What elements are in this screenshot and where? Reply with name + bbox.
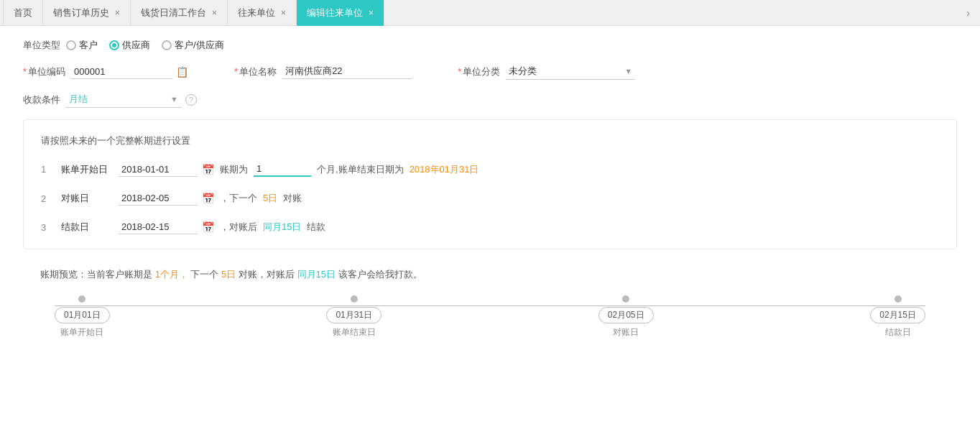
- main-content: 单位类型 客户 供应商 客户/供应商 * 单位编码: [0, 26, 980, 437]
- row-3-highlight2: 同月15日: [263, 221, 301, 234]
- node-1-dot: [78, 295, 85, 303]
- start-date-input[interactable]: [119, 162, 198, 177]
- tab-cash-work-label: 钱货日清工作台: [141, 6, 206, 19]
- unit-type-item: 单位类型 客户 供应商 客户/供应商: [23, 39, 224, 52]
- unit-name-star: *: [234, 66, 238, 77]
- tab-cash-work[interactable]: 钱货日清工作台 ×: [131, 0, 228, 26]
- setting-row-1: 1 账单开始日 📅 账期为 个月,账单结束日期为 2018年01月31日: [41, 162, 939, 177]
- unit-category-item: * 单位分类 未分类 ▼: [458, 63, 635, 80]
- unit-name-label: 单位名称: [239, 65, 277, 78]
- section-title: 请按照未来的一个完整帐期进行设置: [41, 134, 939, 147]
- help-icon[interactable]: ?: [185, 94, 197, 106]
- timeline-node-4: 02月15日 结款日: [870, 295, 925, 339]
- setting-row-2: 2 对账日 📅 ，下一个 5日 对账: [41, 191, 939, 206]
- node-4-dot: [895, 295, 902, 303]
- payment-dropdown[interactable]: 月结 ▼: [66, 91, 181, 108]
- setting-row-3: 3 结款日 📅 ，对账后 同月15日 结款: [41, 220, 939, 234]
- unit-type-radio-group: 客户 供应商 客户/供应商: [66, 39, 224, 52]
- payment-date-cal-icon[interactable]: 📅: [202, 221, 214, 233]
- reconcile-date-cal-icon[interactable]: 📅: [202, 193, 214, 204]
- tab-edit-partner-label: 编辑往来单位: [307, 6, 363, 19]
- radio-both-label: 客户/供应商: [175, 39, 224, 52]
- payment-date-input[interactable]: [119, 220, 198, 234]
- preview-prefix: 账期预览：当前客户账期是: [40, 269, 152, 280]
- tab-sales-order-close[interactable]: ×: [115, 8, 120, 18]
- radio-supplier-circle: [109, 40, 119, 50]
- unit-type-label: 单位类型: [23, 39, 60, 52]
- tab-cash-work-close[interactable]: ×: [212, 8, 217, 18]
- row-1-period-unit: 个月,账单结束日期为: [317, 163, 404, 176]
- unit-category-star: *: [458, 66, 461, 77]
- radio-both[interactable]: 客户/供应商: [162, 39, 224, 52]
- row-3-suffix: 结款: [307, 221, 325, 234]
- row-1-highlight: 2018年01月31日: [410, 163, 479, 176]
- node-3-dot: [622, 295, 629, 303]
- timeline-line: [55, 305, 925, 306]
- unit-name-item: * 单位名称: [234, 65, 412, 79]
- timeline: 01月01日 账单开始日 01月31日 账单结束日 02月05日 对账日: [40, 295, 940, 339]
- row-2-label: 对账日: [61, 192, 119, 205]
- unit-category-value: 未分类: [506, 63, 621, 79]
- payment-dropdown-arrow-icon: ▼: [167, 95, 181, 104]
- row-1-num: 1: [41, 164, 61, 175]
- start-date-cal-icon[interactable]: 📅: [202, 164, 214, 175]
- node-1-label: 账单开始日: [60, 326, 103, 339]
- radio-customer-label: 客户: [79, 39, 98, 52]
- timeline-node-2: 01月31日 账单结束日: [326, 295, 382, 339]
- payment-item: 收款条件 月结 ▼ ?: [23, 91, 197, 108]
- radio-supplier[interactable]: 供应商: [109, 39, 150, 52]
- preview-mid: 下一个: [190, 269, 218, 280]
- preview-text: 账期预览：当前客户账期是 1个月， 下一个 5日 对账，对账后 同月15日 该客…: [40, 268, 940, 281]
- row-2-sep: ，下一个: [220, 192, 257, 205]
- row-1-label: 账单开始日: [61, 163, 119, 176]
- node-3-badge: 02月05日: [598, 307, 654, 323]
- unit-code-calendar-icon[interactable]: 📋: [176, 66, 188, 78]
- node-4-badge: 02月15日: [870, 307, 925, 323]
- tab-sales-order[interactable]: 销售订单历史 ×: [43, 0, 131, 26]
- tab-partner[interactable]: 往来单位 ×: [228, 0, 297, 26]
- preview-val2: 5日: [221, 269, 236, 280]
- tab-sales-order-label: 销售订单历史: [53, 6, 109, 19]
- payment-label: 收款条件: [23, 93, 60, 106]
- payment-value: 月结: [66, 91, 167, 107]
- tab-home[interactable]: 首页: [3, 0, 43, 26]
- row-3-num: 3: [41, 222, 61, 233]
- reconcile-date-input[interactable]: [119, 191, 198, 206]
- tab-edit-partner-close[interactable]: ×: [369, 8, 374, 18]
- timeline-nodes: 01月01日 账单开始日 01月31日 账单结束日 02月05日 对账日: [55, 295, 925, 339]
- radio-customer[interactable]: 客户: [66, 39, 98, 52]
- node-4-label: 结款日: [885, 326, 911, 339]
- settings-section: 请按照未来的一个完整帐期进行设置 1 账单开始日 📅 账期为 个月,账单结束日期…: [23, 119, 957, 249]
- row-2-num: 2: [41, 193, 61, 204]
- tab-edit-partner[interactable]: 编辑往来单位 ×: [297, 0, 384, 26]
- tab-scroll-arrow[interactable]: ›: [959, 7, 977, 19]
- unit-info-row: * 单位编码 📋 * 单位名称 * 单位分类 未分类 ▼: [23, 63, 957, 80]
- row-2-highlight1: 5日: [263, 192, 277, 205]
- tab-bar: 首页 销售订单历史 × 钱货日清工作台 × 往来单位 × 编辑往来单位 × ›: [0, 0, 980, 26]
- row-2-suffix: 对账: [283, 192, 302, 205]
- preview-section: 账期预览：当前客户账期是 1个月， 下一个 5日 对账，对账后 同月15日 该客…: [23, 261, 957, 350]
- node-2-badge: 01月31日: [326, 307, 382, 323]
- period-input[interactable]: [254, 162, 311, 177]
- radio-both-circle: [162, 40, 172, 50]
- tab-partner-close[interactable]: ×: [281, 8, 286, 18]
- payment-row: 收款条件 月结 ▼ ?: [23, 91, 957, 108]
- node-3-label: 对账日: [613, 326, 639, 339]
- preview-suffix: 该客户会给我打款。: [338, 269, 422, 280]
- unit-code-star: *: [23, 66, 27, 77]
- tab-home-label: 首页: [14, 6, 32, 19]
- row-3-label: 结款日: [61, 221, 119, 234]
- radio-supplier-label: 供应商: [122, 39, 150, 52]
- node-1-badge: 01月01日: [55, 307, 110, 323]
- node-2-label: 账单结束日: [333, 326, 376, 339]
- timeline-node-1: 01月01日 账单开始日: [55, 295, 110, 339]
- unit-code-input[interactable]: [71, 65, 172, 79]
- timeline-node-3: 02月05日 对账日: [598, 295, 654, 339]
- unit-category-label: 单位分类: [463, 65, 500, 78]
- row-1-separator: 账期为: [220, 163, 248, 176]
- preview-val3: 同月15日: [297, 269, 336, 280]
- unit-name-input[interactable]: [282, 65, 412, 79]
- unit-category-dropdown[interactable]: 未分类 ▼: [506, 63, 635, 80]
- unit-category-arrow-icon: ▼: [621, 67, 635, 75]
- unit-code-item: * 单位编码 📋: [23, 65, 188, 79]
